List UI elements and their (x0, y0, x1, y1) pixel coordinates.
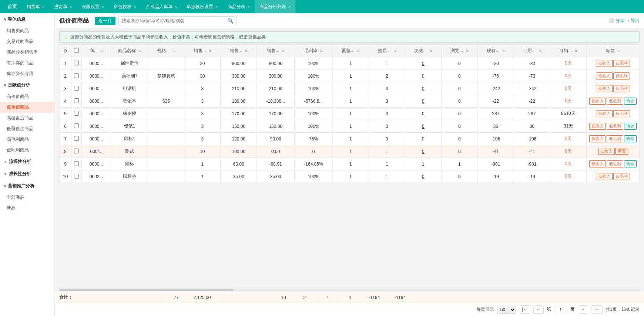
col-sale3-header[interactable]: 销售... ⇅ (257, 45, 295, 57)
sidebar-item-stocked-goods[interactable]: 有库存的商品 (0, 58, 54, 68)
col-checkbox[interactable] (71, 95, 82, 108)
row-checkbox[interactable] (74, 73, 79, 78)
col-settings-header[interactable]: ⚙ (60, 45, 71, 57)
col-checkbox[interactable] (71, 170, 82, 183)
sidebar-item-high-value[interactable]: 高价值商品 (0, 91, 54, 102)
col-view1[interactable]: 0 (405, 70, 441, 82)
close-icon[interactable]: × (102, 4, 104, 9)
nav-goods-analysis[interactable]: 商品分析 × (223, 0, 254, 13)
sidebar-item-high-margin[interactable]: 高毛利商品 (0, 134, 54, 145)
col-cover-header[interactable]: 覆盖... ⇅ (332, 45, 369, 57)
close-icon[interactable]: × (288, 4, 291, 9)
table-wrapper[interactable]: ⚙ 商... ⇅ 商品名称 ⇅ 规格... ⇅ 销售... ⇅ 销售... ⇅ … (59, 44, 640, 288)
last-page-button[interactable]: ＞| (591, 305, 603, 314)
row-checkbox[interactable] (74, 149, 79, 153)
col-view2-header[interactable]: 浏览... ⇅ (441, 45, 477, 57)
row-checkbox[interactable] (74, 174, 79, 179)
filter-recent-month-button[interactable]: 近一月 (95, 17, 115, 25)
col-view1[interactable]: 0 (405, 108, 441, 120)
row-checkbox[interactable] (74, 161, 79, 166)
scrollbar-thumb[interactable] (59, 289, 233, 291)
horizontal-scrollbar[interactable] (59, 289, 640, 291)
col-view1[interactable]: 0 (405, 133, 441, 145)
row-checkbox[interactable] (74, 98, 79, 103)
col-sale2-header[interactable]: 销售... ⇅ (221, 45, 257, 57)
view-link[interactable]: 0 (422, 74, 425, 79)
nav-home[interactable]: 首页 (3, 0, 21, 13)
col-view1[interactable]: 0 (405, 120, 441, 133)
view-link[interactable]: 0 (422, 174, 425, 179)
col-view1[interactable]: 0 (405, 57, 441, 70)
nav-goods-list[interactable]: 商品分析列表 × (255, 0, 295, 13)
export-button[interactable]: ↑ 导出 (627, 18, 640, 24)
sidebar-section-marketing[interactable]: ∨ 营销推广分析 (0, 180, 54, 192)
sidebar-item-sales-goods[interactable]: 销售类商品 (0, 26, 54, 36)
col-code-header[interactable]: 商... ⇅ (82, 45, 111, 57)
col-spec-header[interactable]: 规格... ⇅ (148, 45, 184, 57)
col-view1-header[interactable]: 浏览... ⇅ (405, 45, 441, 57)
sidebar-item-all-goods[interactable]: 全部商品 (0, 192, 54, 203)
col-checkbox[interactable] (71, 70, 82, 82)
sidebar-item-traded-goods[interactable]: 交易过的商品 (0, 36, 54, 47)
sidebar-item-stock-funds[interactable]: 库存资金占用 (0, 68, 54, 79)
close-icon[interactable]: × (70, 4, 72, 9)
page-size-select[interactable]: 50 100 200 (497, 306, 516, 314)
first-page-button[interactable]: |＜ (519, 305, 530, 314)
col-margin-header[interactable]: 毛利率 ⇅ (295, 45, 333, 57)
row-checkbox[interactable] (74, 123, 79, 128)
view-link[interactable]: 0 (422, 111, 425, 116)
page-number-input[interactable] (554, 306, 567, 313)
close-icon[interactable]: × (134, 4, 136, 9)
nav-permission[interactable]: 权限设置 × (77, 0, 108, 13)
row-checkbox[interactable] (74, 111, 79, 116)
view-link[interactable]: 0 (422, 124, 425, 129)
row-checkbox[interactable] (74, 86, 79, 91)
nav-template[interactable]: 单据模板设置 × (182, 0, 222, 13)
col-view1[interactable]: 0 (405, 145, 441, 158)
share-button[interactable]: ⬜ 分享 (609, 18, 624, 24)
view-link[interactable]: 1 (422, 162, 425, 167)
close-icon[interactable]: × (175, 4, 177, 9)
row-checkbox[interactable] (74, 136, 79, 141)
sidebar-section-flow[interactable]: ＞ 流通性分析 (0, 156, 54, 168)
sidebar-item-low-coverage[interactable]: 低覆盖度商品 (0, 123, 54, 134)
view-link[interactable]: 0 (422, 136, 425, 142)
col-checkbox[interactable] (71, 108, 82, 120)
col-saleable-header[interactable]: 可销... ⇅ (550, 45, 586, 57)
sidebar-section-overall[interactable]: ∨ 整体信息 (0, 13, 54, 26)
col-current-header[interactable]: 现有... ⇅ (477, 45, 514, 57)
close-icon[interactable]: × (215, 4, 218, 9)
prev-page-button[interactable]: ＜ (533, 305, 544, 314)
col-view1[interactable]: 1 (405, 158, 441, 170)
col-available-header[interactable]: 可用... ⇅ (514, 45, 550, 57)
nav-sales[interactable]: 销货单 × (22, 0, 49, 13)
col-tags-header[interactable]: 标签 ⇅ (587, 45, 640, 57)
col-name-header[interactable]: 商品名称 ⇅ (111, 45, 148, 57)
col-trade-header[interactable]: 交易... ⇅ (369, 45, 405, 57)
sidebar-item-category-rate[interactable]: 商品分类销售率 (0, 47, 54, 58)
view-link[interactable]: 0 (422, 149, 425, 154)
close-icon[interactable]: × (248, 4, 250, 9)
next-page-button[interactable]: ＞ (578, 305, 588, 314)
col-view1[interactable]: 0 (405, 82, 441, 95)
nav-product-stock[interactable]: 产成品入库单 × (141, 0, 181, 13)
view-link[interactable]: 0 (422, 86, 425, 91)
col-checkbox[interactable] (71, 145, 82, 158)
col-checkbox[interactable] (71, 133, 82, 145)
sidebar-section-contribution[interactable]: ∨ 贡献值分析 (0, 79, 54, 91)
sidebar-item-low-value[interactable]: 低价值商品 (0, 102, 54, 113)
sidebar-section-growth[interactable]: ＞ 成长性分析 (0, 168, 54, 180)
select-all-checkbox[interactable] (74, 48, 79, 53)
search-input[interactable] (122, 18, 227, 23)
col-view1[interactable]: 0 (405, 170, 441, 183)
row-checkbox[interactable] (74, 61, 79, 65)
nav-role[interactable]: 角色授权 × (109, 0, 140, 13)
col-checkbox-header[interactable] (71, 45, 82, 57)
col-view1[interactable]: 0 (405, 95, 441, 108)
view-link[interactable]: 0 (422, 99, 425, 104)
sidebar-item-low-margin[interactable]: 低毛利商品 (0, 145, 54, 156)
close-icon[interactable]: × (42, 4, 44, 9)
col-checkbox[interactable] (71, 158, 82, 170)
col-checkbox[interactable] (71, 82, 82, 95)
col-sale1-header[interactable]: 销售... ⇅ (184, 45, 221, 57)
